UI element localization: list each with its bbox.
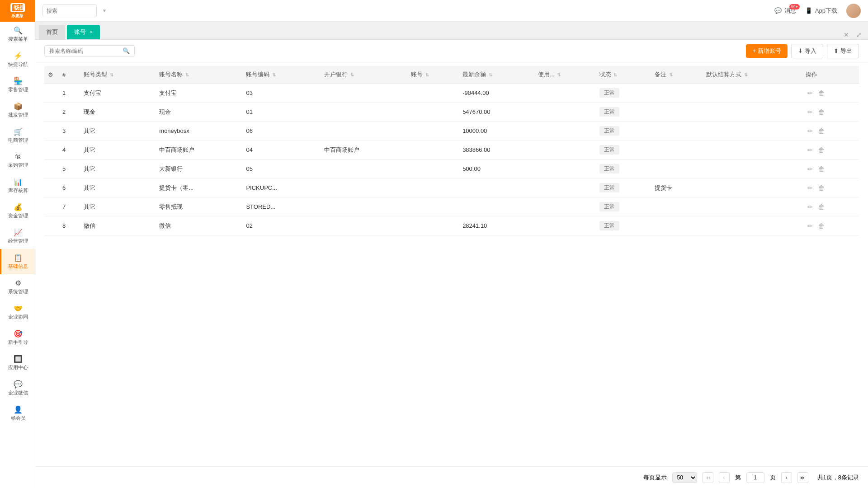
delete-button-7[interactable]: 🗑: [816, 221, 826, 230]
tab-close-icon[interactable]: ×: [90, 29, 93, 35]
cell-name-1: 现金: [156, 103, 242, 122]
user-avatar[interactable]: [846, 4, 861, 18]
sidebar-icon-5: 🛍: [14, 153, 22, 161]
tab-close-all-button[interactable]: ✕: [841, 30, 852, 39]
cell-settlement-3: [703, 141, 802, 160]
col-code[interactable]: 账号编码 ⇅: [242, 66, 321, 84]
cell-balance-7: 28241.10: [459, 216, 534, 235]
sidebar-item-4[interactable]: 🛒 电商管理: [0, 123, 35, 148]
sidebar-icon-15: 👤: [14, 405, 23, 414]
page-size-select[interactable]: 50 100 200: [672, 472, 697, 483]
cell-settlement-5: [703, 178, 802, 197]
sidebar-item-2[interactable]: 🏪 零售管理: [0, 72, 35, 98]
delete-button-5[interactable]: 🗑: [816, 183, 826, 192]
tab-home[interactable]: 首页: [39, 25, 65, 39]
add-account-button[interactable]: + 新增账号: [746, 44, 788, 58]
next-page-button[interactable]: ›: [781, 472, 792, 483]
sidebar-item-9[interactable]: 📋 基础信息: [0, 249, 35, 274]
delete-button-4[interactable]: 🗑: [816, 164, 826, 174]
export-button[interactable]: ⬆ 导出: [827, 44, 859, 58]
sidebar-label-7: 资金管理: [8, 212, 28, 219]
col-usage[interactable]: 使用... ⇅: [534, 66, 596, 84]
sidebar-item-1[interactable]: ⚡ 快捷导航: [0, 47, 35, 72]
col-balance[interactable]: 最新余额 ⇅: [459, 66, 534, 84]
sidebar-item-13[interactable]: 🔲 应用中心: [0, 350, 35, 375]
tab-account[interactable]: 账号 ×: [67, 25, 100, 39]
cell-usage-0: [534, 84, 596, 103]
cell-settings-3: [44, 141, 59, 160]
sidebar-icon-9: 📋: [14, 253, 23, 262]
download-label: App下载: [815, 7, 837, 15]
sidebar-item-12[interactable]: 🎯 新手引导: [0, 325, 35, 350]
col-type[interactable]: 账号类型 ⇅: [80, 66, 156, 84]
cell-balance-1: 547670.00: [459, 103, 534, 122]
app-download-button[interactable]: 📱 App下载: [805, 7, 837, 15]
col-settings[interactable]: ⚙: [44, 66, 59, 84]
table-body: 1 支付宝 支付宝 03 -90444.00 正常 ✏ 🗑 2 现金 现金 01…: [44, 84, 859, 235]
delete-button-3[interactable]: 🗑: [816, 145, 826, 155]
edit-button-4[interactable]: ✏: [806, 164, 815, 174]
first-page-button[interactable]: ⏮: [703, 472, 713, 483]
edit-button-7[interactable]: ✏: [806, 221, 815, 230]
col-remark[interactable]: 备注 ⇅: [651, 66, 703, 84]
topbar-left: ▼: [42, 5, 107, 17]
sidebar-item-10[interactable]: ⚙ 系统管理: [0, 274, 35, 300]
sidebar-item-7[interactable]: 💰 资金管理: [0, 198, 35, 224]
search-icon[interactable]: 🔍: [123, 47, 130, 54]
cell-status-7: 正常: [596, 216, 651, 235]
col-status[interactable]: 状态 ⇅: [596, 66, 651, 84]
col-index: #: [59, 66, 80, 84]
sidebar-item-15[interactable]: 👤 畅会员: [0, 401, 35, 426]
col-action: 操作: [802, 66, 859, 84]
sidebar-icon-6: 📊: [14, 178, 23, 186]
table-row: 8 微信 微信 02 28241.10 正常 ✏ 🗑: [44, 216, 859, 235]
edit-button-1[interactable]: ✏: [806, 108, 815, 117]
phone-icon: 📱: [805, 7, 812, 14]
col-bank[interactable]: 开户银行 ⇅: [321, 66, 407, 84]
edit-button-2[interactable]: ✏: [806, 127, 815, 136]
add-icon: +: [752, 47, 756, 54]
message-button[interactable]: 💬 消息 99+: [774, 7, 796, 15]
cell-index-7: 8: [59, 216, 80, 235]
edit-button-6[interactable]: ✏: [806, 202, 815, 211]
cell-bank-4: [321, 160, 407, 178]
tabbar: 首页 账号 × ✕ ⤢: [35, 22, 868, 40]
cell-index-2: 3: [59, 122, 80, 141]
sidebar-item-0[interactable]: 🔍 搜索菜单: [0, 22, 35, 47]
sidebar-item-8[interactable]: 📈 经营管理: [0, 224, 35, 249]
sidebar-label-13: 应用中心: [8, 364, 28, 371]
col-account[interactable]: 账号 ⇅: [407, 66, 459, 84]
total-info: 共1页，8条记录: [817, 474, 859, 482]
delete-button-0[interactable]: 🗑: [816, 89, 826, 98]
delete-button-2[interactable]: 🗑: [816, 127, 826, 136]
table-row: 1 支付宝 支付宝 03 -90444.00 正常 ✏ 🗑: [44, 84, 859, 103]
cell-usage-1: [534, 103, 596, 122]
edit-button-5[interactable]: ✏: [806, 183, 815, 192]
prev-page-button[interactable]: ‹: [719, 472, 730, 483]
import-button[interactable]: ⬇ 导入: [791, 44, 823, 58]
cell-settings-0: [44, 84, 59, 103]
cell-bank-7: [321, 216, 407, 235]
sidebar-label-9: 基础信息: [8, 263, 28, 270]
cell-remark-5: 提货卡: [651, 178, 703, 197]
cell-account-1: [407, 103, 459, 122]
sidebar-item-6[interactable]: 📊 库存核算: [0, 173, 35, 198]
delete-button-6[interactable]: 🗑: [816, 202, 826, 211]
last-page-button[interactable]: ⏭: [797, 472, 808, 483]
page-number-input[interactable]: [746, 472, 764, 483]
sidebar-item-5[interactable]: 🛍 采购管理: [0, 148, 35, 173]
delete-button-1[interactable]: 🗑: [816, 108, 826, 117]
cell-bank-6: [321, 197, 407, 216]
search-input[interactable]: [49, 48, 120, 54]
col-name[interactable]: 账号名称 ⇅: [156, 66, 242, 84]
tab-expand-button[interactable]: ⤢: [854, 30, 864, 39]
topbar-dropdown-icon[interactable]: ▼: [102, 8, 107, 13]
sidebar-item-14[interactable]: 💬 企业微信: [0, 375, 35, 401]
sidebar-item-11[interactable]: 🤝 企业协同: [0, 300, 35, 325]
edit-button-3[interactable]: ✏: [806, 145, 815, 155]
col-settlement[interactable]: 默认结算方式 ⇅: [703, 66, 802, 84]
sidebar-item-3[interactable]: 📦 批发管理: [0, 98, 35, 123]
cell-account-2: [407, 122, 459, 141]
edit-button-0[interactable]: ✏: [806, 89, 815, 98]
topbar-search-input[interactable]: [42, 5, 97, 17]
